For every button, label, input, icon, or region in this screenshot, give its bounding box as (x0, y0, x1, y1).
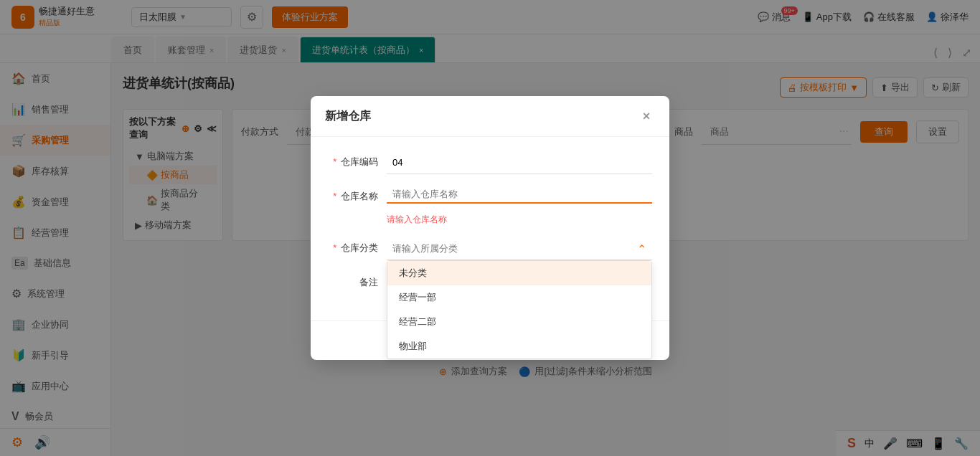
dropdown-item-dept1[interactable]: 经营一部 (387, 285, 651, 310)
dropdown-item-property[interactable]: 物业部 (387, 334, 651, 358)
modal-body: * 仓库编码 * 仓库名称 请输入仓库名称 (311, 137, 669, 320)
modal-overlay: 新增仓库 × * 仓库编码 * 仓库名称 (0, 0, 980, 456)
modal-close-button[interactable]: × (638, 108, 655, 125)
name-input-container (387, 186, 652, 204)
category-dropdown: 未分类 经营一部 经营二部 物业部 (387, 260, 652, 359)
form-row-code: * 仓库编码 (328, 151, 652, 174)
category-input[interactable] (387, 237, 652, 260)
dropdown-item-dept2[interactable]: 经营二部 (387, 310, 651, 334)
dropdown-item-uncategorized[interactable]: 未分类 (387, 261, 651, 285)
form-row-category: * 仓库分类 ⌃ 未分类 经营一部 经营二部 物业部 (328, 237, 652, 260)
chevron-up-icon[interactable]: ⌃ (637, 242, 646, 256)
name-error: 请输入仓库名称 (387, 214, 447, 226)
name-input[interactable] (387, 186, 652, 204)
name-label: * 仓库名称 (328, 186, 378, 203)
code-label: * 仓库编码 (328, 151, 378, 168)
category-input-wrapper: ⌃ 未分类 经营一部 经营二部 物业部 (387, 237, 652, 260)
category-label: * 仓库分类 (328, 237, 378, 255)
code-input[interactable] (387, 151, 652, 174)
remark-label: 备注 (328, 272, 378, 289)
form-row-name: * 仓库名称 请输入仓库名称 (328, 186, 652, 226)
modal-header: 新增仓库 × (311, 96, 669, 137)
new-warehouse-modal: 新增仓库 × * 仓库编码 * 仓库名称 (311, 96, 669, 360)
modal-title: 新增仓库 (325, 109, 371, 124)
required-mark: * (333, 156, 336, 167)
